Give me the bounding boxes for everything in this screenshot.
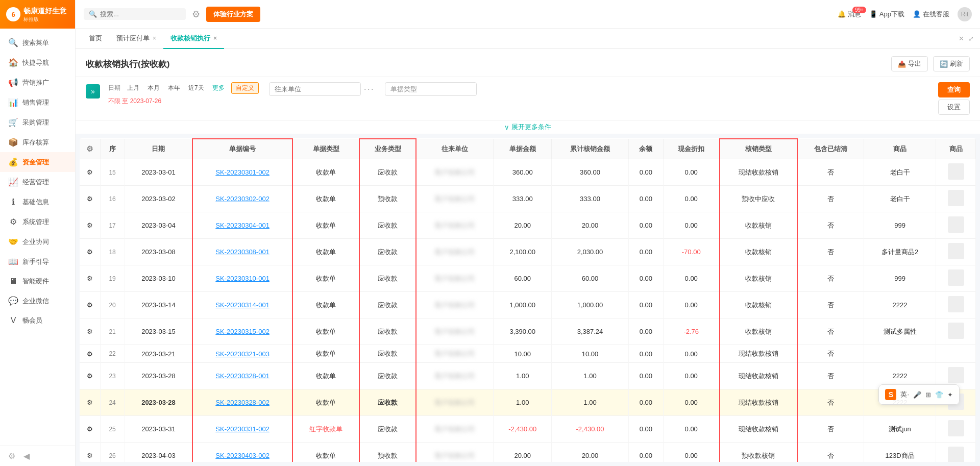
sidebar-item-基础信息[interactable]: ℹ基础信息 [0, 192, 75, 212]
sidebar-icon: 🔍 [8, 38, 18, 47]
row-amount: 1.00 [494, 389, 552, 416]
solution-button[interactable]: 体验行业方案 [206, 7, 260, 22]
row-gear[interactable]: ⚙ [80, 345, 100, 363]
sidebar-item-智能硬件[interactable]: 🖥智能硬件 [0, 272, 75, 291]
row-balance: 0.00 [628, 443, 663, 462]
filter-expand-button[interactable]: » [86, 84, 100, 99]
row-gear[interactable]: ⚙ [80, 363, 100, 389]
more-dots[interactable]: ··· [364, 84, 375, 94]
sidebar-item-库存核算[interactable]: 📦库存核算 [0, 132, 75, 152]
notification-item[interactable]: 🔔 消息 99+ [838, 10, 861, 19]
row-discount: 0.00 [663, 345, 719, 363]
row-doc-no[interactable]: SK-20230314-001 [192, 292, 292, 318]
sidebar-item-新手引导[interactable]: 📖新手引导 [0, 252, 75, 272]
row-amount: 20.00 [494, 212, 552, 239]
topbar-search[interactable]: 🔍 [84, 8, 186, 20]
settings-icon[interactable]: ⚙ [8, 451, 15, 461]
sidebar-label: 销售管理 [22, 98, 49, 107]
online-service-item[interactable]: 👤 在线客服 [913, 10, 949, 19]
refresh-button[interactable]: 🔄 刷新 [933, 56, 970, 71]
tab-close[interactable]: × [153, 35, 156, 42]
date-tab-近7天[interactable]: 近7天 [185, 82, 208, 94]
row-gear[interactable]: ⚙ [80, 318, 100, 345]
row-product-img [936, 318, 976, 345]
sidebar-item-销售管理[interactable]: 📊销售管理 [0, 92, 75, 112]
sidebar-item-采购管理[interactable]: 🛒采购管理 [0, 112, 75, 132]
row-biz-type: 应收款 [359, 345, 416, 363]
row-doc-no[interactable]: SK-20230302-002 [192, 186, 292, 212]
watermark-star: ✦ [947, 391, 953, 399]
row-gear[interactable]: ⚙ [80, 389, 100, 416]
sidebar-item-搜索菜单[interactable]: 🔍搜索菜单 [0, 33, 75, 53]
row-doc-no[interactable]: SK-20230308-001 [192, 239, 292, 265]
avatar[interactable]: Rit [958, 7, 972, 21]
date-tab-本月[interactable]: 本月 [144, 82, 163, 94]
row-amount: 333.00 [494, 186, 552, 212]
sidebar-item-快捷导航[interactable]: 🏠快捷导航 [0, 53, 75, 72]
row-include-cleared: 否 [797, 318, 864, 345]
row-gear[interactable]: ⚙ [80, 186, 100, 212]
custom-tag[interactable]: 自定义 [231, 82, 259, 94]
row-doc-no[interactable]: SK-20230315-002 [192, 318, 292, 345]
partner-input[interactable] [269, 82, 361, 96]
table-row: ⚙192023-03-10SK-20230310-001收款单应收款客户名称公司… [80, 265, 976, 292]
row-doc-type: 收款单 [292, 345, 360, 363]
date-tab-本年[interactable]: 本年 [164, 82, 184, 94]
row-gear[interactable]: ⚙ [80, 239, 100, 265]
tab-close[interactable]: × [213, 35, 217, 42]
date-tab-上月[interactable]: 上月 [124, 82, 143, 94]
row-doc-no[interactable]: SK-20230321-003 [192, 345, 292, 363]
row-gear[interactable]: ⚙ [80, 159, 100, 186]
gear-icon[interactable]: ⚙ [192, 9, 200, 20]
row-gear[interactable]: ⚙ [80, 416, 100, 443]
row-date: 2023-03-14 [125, 292, 192, 318]
close-tab-icon[interactable]: ✕ [959, 35, 964, 42]
maximize-icon[interactable]: ⤢ [968, 35, 974, 42]
sidebar-item-企业协同[interactable]: 🤝企业协同 [0, 232, 75, 252]
row-doc-no[interactable]: SK-20230328-002 [192, 389, 292, 416]
row-gear[interactable]: ⚙ [80, 292, 100, 318]
row-gear[interactable]: ⚙ [80, 443, 100, 462]
row-doc-no[interactable]: SK-20230304-001 [192, 212, 292, 239]
collapse-icon[interactable]: ◀ [23, 451, 30, 461]
sidebar-item-营销推广[interactable]: 📢营销推广 [0, 72, 75, 92]
row-write-off: 20.00 [552, 212, 629, 239]
row-balance: 0.00 [628, 265, 663, 292]
th-write_off_type: 核销类型 [720, 139, 797, 159]
sidebar-item-企业微信[interactable]: 💬企业微信 [0, 291, 75, 311]
row-gear[interactable]: ⚙ [80, 265, 100, 292]
row-product-img [936, 416, 976, 443]
row-include-cleared: 否 [797, 159, 864, 186]
expand-more-button[interactable]: ∨ 展开更多条件 [504, 122, 551, 132]
gear-col-icon[interactable]: ⚙ [86, 144, 93, 153]
row-doc-type: 收款单 [292, 186, 360, 212]
row-doc-no[interactable]: SK-20230301-002 [192, 159, 292, 186]
app-download-item[interactable]: 📱 App下载 [869, 10, 904, 19]
doc-type-select[interactable]: 单据类型 [385, 82, 477, 96]
row-doc-no[interactable]: SK-20230310-001 [192, 265, 292, 292]
row-doc-no[interactable]: SK-20230331-002 [192, 416, 292, 443]
sidebar-icon: 🏠 [8, 58, 18, 67]
tab-预计应付单[interactable]: 预计应付单 × [109, 29, 163, 49]
tab-收款核销执行[interactable]: 收款核销执行 × [163, 29, 224, 49]
row-date: 2023-04-03 [125, 443, 192, 462]
table-row: ⚙232023-03-28SK-20230328-001收款单应收款客户名称公司… [80, 363, 976, 389]
row-doc-no[interactable]: SK-20230403-002 [192, 443, 292, 462]
sidebar-item-经营管理[interactable]: 📈经营管理 [0, 172, 75, 192]
sidebar-item-资金管理[interactable]: 💰资金管理 [0, 152, 75, 172]
row-no: 25 [100, 416, 125, 443]
setting-button[interactable]: 设置 [938, 100, 970, 115]
date-tab-更多[interactable]: 更多 [209, 82, 228, 94]
tab-首页[interactable]: 首页 [82, 29, 109, 49]
query-button[interactable]: 查询 [938, 82, 970, 97]
row-doc-type: 红字收款单 [292, 416, 360, 443]
row-gear[interactable]: ⚙ [80, 212, 100, 239]
sidebar-item-畅会员[interactable]: V畅会员 [0, 311, 75, 330]
search-input[interactable] [100, 10, 172, 18]
row-write-off-type: 现结收款核销 [720, 416, 797, 443]
sidebar-item-系统管理[interactable]: ⚙系统管理 [0, 212, 75, 232]
row-write-off: 360.00 [552, 159, 629, 186]
row-doc-no[interactable]: SK-20230328-001 [192, 363, 292, 389]
export-button[interactable]: 📤 导出 [891, 56, 928, 71]
row-balance: 0.00 [628, 186, 663, 212]
